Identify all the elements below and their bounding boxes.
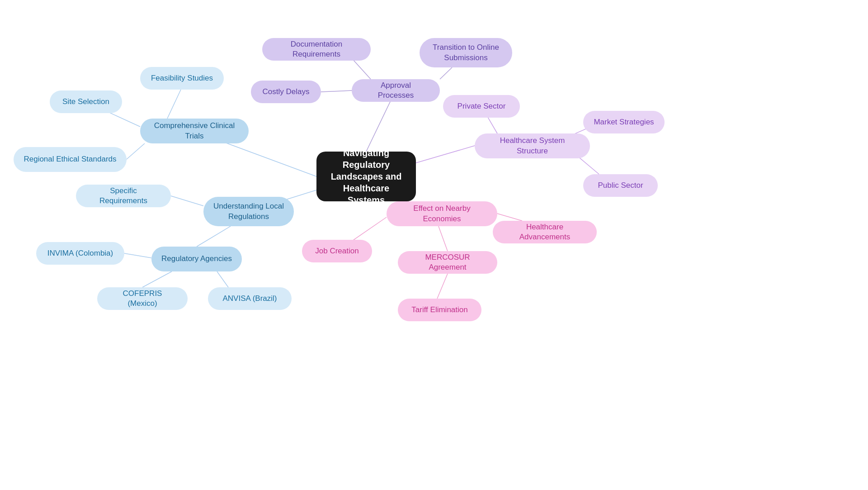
- cofepris-node: COFEPRIS (Mexico): [97, 287, 188, 310]
- feasibility-studies-node: Feasibility Studies: [140, 67, 224, 90]
- comprehensive-clinical-trials-label: Comprehensive Clinical Trials: [150, 121, 239, 141]
- svg-line-8: [142, 271, 172, 287]
- regional-ethical-standards-node: Regional Ethical Standards: [14, 147, 127, 172]
- costly-delays-label: Costly Delays: [263, 87, 310, 97]
- regional-ethical-standards-label: Regional Ethical Standards: [24, 154, 116, 164]
- market-strategies-label: Market Strategies: [594, 117, 654, 127]
- job-creation-node: Job Creation: [302, 240, 372, 262]
- healthcare-advancements-node: Healthcare Advancements: [493, 221, 597, 243]
- approval-processes-label: Approval Processes: [362, 81, 430, 100]
- cofepris-label: COFEPRIS (Mexico): [107, 289, 178, 309]
- site-selection-label: Site Selection: [62, 97, 109, 107]
- understanding-local-reg-label: Understanding Local Regulations: [213, 201, 284, 221]
- svg-line-2: [167, 90, 181, 119]
- private-sector-node: Private Sector: [443, 95, 520, 118]
- specific-requirements-label: Specific Requirements: [86, 186, 161, 206]
- anvisa-label: ANVISA (Brazil): [223, 294, 277, 304]
- costly-delays-node: Costly Delays: [251, 81, 321, 103]
- regulatory-agencies-label: Regulatory Agencies: [161, 254, 232, 264]
- effect-nearby-economies-node: Effect on Nearby Economies: [387, 201, 497, 226]
- transition-online-node: Transition to Online Submissions: [420, 38, 512, 67]
- healthcare-system-structure-label: Healthcare System Structure: [485, 136, 580, 156]
- svg-line-20: [439, 226, 448, 251]
- svg-line-13: [440, 67, 452, 79]
- svg-line-3: [127, 143, 145, 159]
- invima-node: INVIMA (Colombia): [36, 242, 124, 265]
- market-strategies-node: Market Strategies: [583, 111, 665, 133]
- tariff-elimination-node: Tariff Elimination: [398, 299, 481, 321]
- job-creation-label: Job Creation: [315, 246, 359, 256]
- svg-line-21: [497, 214, 522, 221]
- svg-line-5: [171, 196, 203, 206]
- mercosur-agreement-node: MERCOSUR Agreement: [398, 251, 497, 274]
- documentation-requirements-label: Documentation Requirements: [272, 39, 361, 59]
- healthcare-system-structure-node: Healthcare System Structure: [475, 133, 590, 158]
- svg-line-9: [217, 271, 228, 287]
- center-node: Navigating Regulatory Landscapes and Hea…: [316, 152, 416, 201]
- approval-processes-node: Approval Processes: [352, 79, 440, 102]
- specific-requirements-node: Specific Requirements: [76, 185, 171, 207]
- comprehensive-clinical-trials-node: Comprehensive Clinical Trials: [140, 119, 249, 143]
- public-sector-node: Public Sector: [583, 174, 658, 197]
- public-sector-label: Public Sector: [598, 181, 643, 190]
- feasibility-studies-label: Feasibility Studies: [151, 73, 213, 83]
- svg-line-7: [124, 253, 151, 258]
- svg-line-6: [197, 226, 231, 247]
- healthcare-advancements-label: Healthcare Advancements: [503, 222, 587, 242]
- mercosur-agreement-label: MERCOSUR Agreement: [408, 252, 487, 272]
- site-selection-node: Site Selection: [50, 90, 122, 113]
- effect-nearby-economies-label: Effect on Nearby Economies: [396, 204, 487, 224]
- private-sector-label: Private Sector: [458, 101, 506, 111]
- anvisa-node: ANVISA (Brazil): [208, 287, 292, 310]
- svg-line-22: [437, 274, 448, 299]
- understanding-local-reg-node: Understanding Local Regulations: [203, 197, 294, 226]
- documentation-requirements-node: Documentation Requirements: [262, 38, 371, 61]
- regulatory-agencies-node: Regulatory Agencies: [151, 247, 242, 271]
- invima-label: INVIMA (Colombia): [47, 248, 113, 258]
- svg-line-12: [321, 90, 353, 92]
- center-label: Navigating Regulatory Landscapes and Hea…: [326, 147, 406, 206]
- svg-line-14: [416, 146, 475, 163]
- tariff-elimination-label: Tariff Elimination: [411, 305, 467, 315]
- transition-online-label: Transition to Online Submissions: [433, 43, 499, 62]
